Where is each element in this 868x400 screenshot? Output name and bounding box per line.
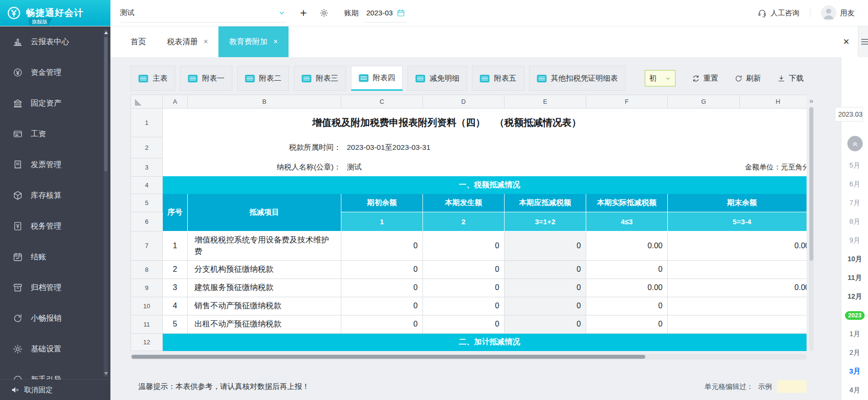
month-item-7月[interactable]: 7月 bbox=[849, 194, 860, 212]
sidebar-item-9[interactable]: 归档管理 bbox=[0, 272, 110, 303]
section-1-band[interactable]: 一、税额抵减情况 bbox=[163, 177, 807, 194]
sheet-tab-附表五[interactable]: 附表五 bbox=[472, 66, 524, 91]
cell-actual[interactable]: 0 bbox=[586, 297, 668, 315]
sheet-tab-附表一[interactable]: 附表一 bbox=[180, 66, 232, 91]
report-title[interactable]: 增值税及附加税费申报表附列资料（四） （税额抵减情况表） bbox=[188, 109, 807, 137]
sidebar-item-2[interactable]: 资金管理 bbox=[0, 57, 110, 88]
rail-current-period[interactable]: 2023.03 bbox=[835, 107, 863, 121]
sheet-tab-其他扣税凭证明细表[interactable]: 其他扣税凭证明细表 bbox=[529, 66, 626, 91]
column-header-C[interactable]: C bbox=[341, 95, 423, 109]
cell-seq[interactable]: 2 bbox=[163, 260, 188, 279]
column-header-D[interactable]: D bbox=[423, 95, 505, 109]
sidebar-item-10[interactable]: 小畅报销 bbox=[0, 303, 110, 334]
header-subcol[interactable]: 1 bbox=[341, 212, 423, 231]
month-item-2月[interactable]: 2月 bbox=[849, 343, 860, 362]
month-item-10月[interactable]: 10月 bbox=[847, 250, 862, 268]
cell-item[interactable]: 分支机构预征缴纳税款 bbox=[188, 260, 341, 279]
sidebar-item-11[interactable]: 基础设置 bbox=[0, 334, 110, 364]
cell-item[interactable]: 增值税税控系统专用设备费及技术维护费 bbox=[188, 231, 341, 261]
sheet-tab-附表二[interactable]: 附表二 bbox=[237, 66, 289, 91]
header-subcol[interactable]: 2 bbox=[423, 212, 505, 231]
sidebar-item-6[interactable]: 库存核算 bbox=[0, 180, 110, 211]
cell-opening[interactable]: 0 bbox=[341, 297, 423, 315]
header-seq[interactable]: 序号 bbox=[163, 194, 188, 231]
taxpayer-value[interactable]: 测试 bbox=[341, 158, 505, 177]
cell-opening[interactable]: 0 bbox=[341, 260, 423, 279]
month-item-4月[interactable]: 4月 bbox=[849, 381, 860, 400]
month-item-9月[interactable]: 9月 bbox=[849, 231, 860, 250]
cell-seq[interactable]: 4 bbox=[163, 297, 188, 315]
cell-ending[interactable] bbox=[668, 297, 807, 315]
header-col[interactable]: 期初余额 bbox=[341, 194, 423, 212]
cell-current[interactable]: 0 bbox=[423, 260, 505, 279]
cell-current[interactable]: 0 bbox=[423, 315, 505, 333]
tax-period-label[interactable]: 税款所属时间： bbox=[188, 137, 341, 158]
column-header-A[interactable]: A bbox=[163, 95, 188, 109]
vertical-scroll-thumb[interactable] bbox=[809, 107, 813, 261]
cell-opening[interactable]: 0 bbox=[341, 231, 423, 261]
add-button[interactable]: + bbox=[300, 7, 307, 19]
row-header[interactable]: 4 bbox=[131, 177, 163, 194]
download-button[interactable]: 下载 bbox=[777, 73, 804, 84]
column-header-H[interactable]: H bbox=[740, 95, 807, 109]
column-header-E[interactable]: E bbox=[505, 95, 586, 109]
expand-panel-button[interactable]: » bbox=[808, 95, 814, 106]
cell-item[interactable]: 销售不动产预征缴纳税款 bbox=[188, 297, 341, 315]
header-col[interactable]: 期末余额 bbox=[668, 194, 807, 212]
sidebar-item-1[interactable]: 云报表中心 bbox=[0, 26, 110, 57]
cell-deductible[interactable]: 0 bbox=[505, 315, 586, 333]
cell-item[interactable]: 出租不动产预征缴纳税款 bbox=[188, 315, 341, 333]
sheet-tab-减免明细[interactable]: 减免明细 bbox=[408, 66, 467, 91]
support-button[interactable]: 人工咨询 bbox=[758, 9, 799, 18]
row-header[interactable]: 12 bbox=[131, 333, 163, 351]
close-icon[interactable]: × bbox=[204, 37, 208, 46]
row-header[interactable]: 7 bbox=[131, 231, 163, 261]
cell-actual[interactable]: 0 bbox=[586, 315, 668, 333]
header-col[interactable]: 本期发生额 bbox=[423, 194, 505, 212]
cell-ending[interactable]: 0.00 bbox=[668, 231, 807, 261]
cell-deductible[interactable]: 0 bbox=[505, 279, 586, 297]
header-col[interactable]: 本期应抵减税额 bbox=[505, 194, 586, 212]
cell-actual[interactable]: 0.00 bbox=[586, 231, 668, 261]
company-select[interactable]: 测试 bbox=[120, 4, 286, 23]
row-header[interactable]: 5 bbox=[131, 194, 163, 212]
tab-教育费附加[interactable]: 教育费附加× bbox=[218, 26, 288, 57]
unpin-sidebar-button[interactable]: 取消固定 bbox=[0, 379, 110, 400]
cell-actual[interactable]: 0 bbox=[586, 260, 668, 279]
sidebar-item-7[interactable]: 税务管理 bbox=[0, 211, 110, 242]
cell-ending[interactable]: 0.00 bbox=[668, 279, 807, 297]
cell-seq[interactable]: 5 bbox=[163, 315, 188, 333]
cell-deductible[interactable]: 0 bbox=[505, 260, 586, 279]
cell-opening[interactable]: 0 bbox=[341, 315, 423, 333]
column-header-F[interactable]: F bbox=[586, 95, 668, 109]
unit-label[interactable]: 金额单位：元至角分 bbox=[505, 158, 807, 177]
row-header[interactable]: 3 bbox=[131, 158, 163, 177]
sidebar-item-8[interactable]: 结账 bbox=[0, 242, 110, 272]
close-all-tabs-button[interactable]: × bbox=[834, 26, 858, 57]
row-header[interactable]: 6 bbox=[131, 212, 163, 231]
cell-seq[interactable]: 1 bbox=[163, 231, 188, 261]
cell-ending[interactable] bbox=[668, 315, 807, 333]
month-item-1月[interactable]: 1月 bbox=[849, 325, 860, 343]
column-header-G[interactable]: G bbox=[668, 95, 740, 109]
scroll-down-arrow-icon[interactable] bbox=[104, 372, 108, 375]
select-all-corner[interactable] bbox=[131, 95, 163, 109]
sidebar-item-12[interactable]: 新手引导 bbox=[0, 364, 110, 379]
section-2-band[interactable]: 二、加计抵减情况 bbox=[163, 333, 807, 351]
tab-税表清册[interactable]: 税表清册× bbox=[157, 26, 218, 57]
cell-seq[interactable]: 3 bbox=[163, 279, 188, 297]
horizontal-scrollbar[interactable] bbox=[131, 354, 807, 360]
sidebar-scroll-thumb[interactable] bbox=[104, 37, 108, 171]
sheet-tab-附表四[interactable]: 附表四 bbox=[351, 66, 403, 91]
row-header[interactable]: 9 bbox=[131, 279, 163, 297]
header-subcol[interactable]: 4≤3 bbox=[586, 212, 668, 231]
scroll-up-arrow-icon[interactable] bbox=[104, 31, 108, 34]
vertical-scrollbar[interactable]: » bbox=[808, 95, 814, 351]
period-picker[interactable]: 2023-03 bbox=[364, 4, 407, 23]
cell-opening[interactable]: 0 bbox=[341, 279, 423, 297]
avatar[interactable] bbox=[821, 5, 836, 21]
sidebar-item-3[interactable]: 固定资产 bbox=[0, 88, 110, 119]
cell-current[interactable]: 0 bbox=[423, 231, 505, 261]
cell-current[interactable]: 0 bbox=[423, 279, 505, 297]
tab-list-menu-button[interactable] bbox=[858, 26, 868, 57]
